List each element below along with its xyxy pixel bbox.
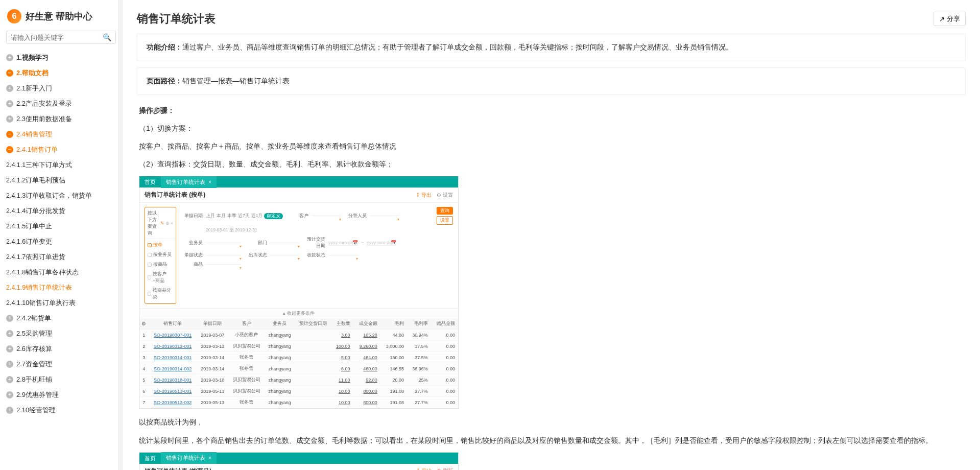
plus-icon: +	[6, 391, 13, 398]
search-icon[interactable]: 🔍	[103, 33, 111, 41]
brand-title: 好生意 帮助中心	[26, 10, 92, 22]
path-text: 销售管理—报表—销售订单统计表	[182, 77, 290, 85]
shot-tab-home: 首页	[139, 176, 161, 187]
sidebar: 6 好生意 帮助中心 🔍 +1.视频学习 −2.帮助文档 +2.1新手入门 +2…	[0, 0, 123, 470]
minus-icon: −	[6, 69, 13, 77]
filter-opt: 按业务员	[145, 250, 176, 260]
main-content: 销售订单统计表 ↗分享 功能介绍：通过客户、业务员、商品等维度查询销售订单的明细…	[123, 0, 980, 470]
filter-opt: 按单	[145, 240, 176, 250]
plus-icon: +	[6, 330, 13, 337]
nav-leaf[interactable]: 2.4.1.2订单毛利预估	[4, 173, 118, 188]
steps-section: 操作步骤： （1）切换方案： 按客户、按商品、按客户＋商品、按单、按业务员等维度…	[137, 101, 966, 470]
nav-2-4-1[interactable]: −2.4.1销售订单	[4, 142, 118, 157]
search-input[interactable]	[11, 34, 103, 41]
intro-panel: 功能介绍：通过客户、业务员、商品等维度查询销售订单的明细汇总情况；有助于管理者了…	[137, 34, 966, 61]
plus-icon: +	[6, 361, 13, 368]
brand-logo-icon: 6	[7, 9, 21, 24]
shot-tab-active: 销售订单统计表	[161, 176, 217, 188]
filter-opt: 按商品	[145, 260, 176, 269]
nav-leaf[interactable]: 2.4.1.4订单分批发货	[4, 203, 118, 219]
nav-2-5[interactable]: +2.5采购管理	[4, 326, 118, 341]
table-row: 6SO-20190513-0012019-05-13贝贝贸易公司zhangyan…	[139, 386, 458, 397]
data-table: ⚙ 销售订单单据日期客户业务员预计交货日期主数量成交金额毛利毛利率赠品金额 1S…	[139, 318, 458, 408]
nav-2-1[interactable]: +2.1新手入门	[4, 81, 118, 96]
query-button: 查询	[437, 207, 453, 215]
table-row: 1SO-20190307-0012019-03-07小葵的客户zhangyang…	[139, 330, 458, 341]
filter-opt: 按客户+商品	[145, 269, 176, 286]
nav-help-docs[interactable]: −2.帮助文档	[4, 65, 118, 81]
step-1: （1）切换方案：	[139, 122, 964, 135]
table-row: 7SO-20190513-0022019-05-13张冬雪zhangyang10…	[139, 397, 458, 408]
plus-icon: +	[6, 100, 13, 107]
plus-icon: +	[6, 115, 13, 123]
set-button: 设置	[437, 216, 453, 225]
share-button[interactable]: ↗分享	[934, 12, 966, 26]
example-label: 以按商品统计为例，	[139, 416, 964, 429]
nav-leaf-current[interactable]: 2.4.1.9销售订单统计表	[4, 280, 118, 295]
nav-leaf[interactable]: 2.4.1.6订单变更	[4, 234, 118, 249]
nav-2-10[interactable]: +2.10经营管理	[4, 403, 118, 418]
share-icon: ↗	[939, 15, 945, 23]
steps-label: 操作步骤：	[139, 106, 175, 114]
example-desc: 统计某段时间里，各个商品销售出去的订单笔数、成交金额、毛利等数据；可以看出，在某…	[139, 434, 964, 447]
shot-setting: ⚙ 设置	[437, 192, 453, 199]
shot-tabs: 首页 销售订单统计表	[139, 176, 458, 187]
nav-leaf[interactable]: 2.4.1.1三种下订单方式	[4, 157, 118, 173]
nav-video[interactable]: +1.视频学习	[4, 50, 118, 65]
minus-icon: −	[6, 131, 13, 138]
table-row: 5SO-20190318-0012019-03-18贝贝贸易公司zhangyan…	[139, 374, 458, 386]
nav-leaf[interactable]: 2.4.1.10销售订单执行表	[4, 295, 118, 311]
intro-label: 功能介绍：	[147, 43, 182, 51]
plus-icon: +	[6, 54, 13, 61]
nav-2-3[interactable]: +2.3使用前数据准备	[4, 111, 118, 127]
nav-leaf[interactable]: 2.4.1.8销售订单各种状态	[4, 265, 118, 280]
page-title: 销售订单统计表	[137, 11, 216, 27]
nav-leaf[interactable]: 2.4.1.5订单中止	[4, 219, 118, 234]
nav-2-6[interactable]: +2.6库存核算	[4, 341, 118, 357]
shot-title: 销售订单统计表 (按单)	[145, 191, 205, 199]
plus-icon: +	[6, 345, 13, 353]
brand: 6 好生意 帮助中心	[4, 6, 118, 31]
filter-scheme: 按以下方案查询 ✎ ⊕ « 按单 按业务员 按商品 按客户+商品 按商品分类	[145, 207, 176, 304]
path-panel: 页面路径：销售管理—报表—销售订单统计表	[137, 67, 966, 95]
nav-2-8[interactable]: +2.8手机旺铺	[4, 372, 118, 387]
path-label: 页面路径：	[147, 77, 182, 85]
plus-icon: +	[6, 407, 13, 414]
gear-icon: ⚙	[139, 318, 149, 330]
step-2: （2）查询指标：交货日期、数量、成交金额、毛利、毛利率、累计收款金额等；	[139, 158, 964, 171]
table-row: 3SO-20190314-0012019-03-14张冬雪zhangyang5.…	[139, 352, 458, 363]
table-row: 4SO-20190314-0022019-03-14张冬雪zhangyang6.…	[139, 363, 458, 374]
shot-title-2: 销售订单统计表 (按商品)	[145, 467, 211, 470]
nav-leaf[interactable]: 2.4.1.3订单收取订金，销货单	[4, 188, 118, 203]
plus-icon: +	[6, 85, 13, 92]
nav-2-7[interactable]: +2.7资金管理	[4, 357, 118, 372]
shot-export: ↧ 导出	[416, 192, 432, 199]
nav-tree: +1.视频学习 −2.帮助文档 +2.1新手入门 +2.2产品安装及登录 +2.…	[4, 50, 118, 418]
step-1-desc: 按客户、按商品、按客户＋商品、按单、按业务员等维度来查看销售订单总体情况	[139, 140, 964, 153]
screenshot-1: 首页 销售订单统计表 销售订单统计表 (按单) ↧ 导出 ⚙ 设置 按以下方案查…	[139, 176, 459, 409]
nav-2-2[interactable]: +2.2产品安装及登录	[4, 96, 118, 111]
intro-text: 通过客户、业务员、商品等维度查询销售订单的明细汇总情况；有助于管理者了解订单成交…	[182, 43, 733, 51]
plus-icon: +	[6, 376, 13, 383]
minus-icon: −	[6, 146, 13, 153]
collapse-toggle: ▴ 收起更多条件	[139, 308, 458, 318]
filter-form: 单据日期 上月本月本季近7天近1月自定义 客户▾ 分管人员▾ 查询 设置 20	[180, 207, 453, 304]
nav-2-9[interactable]: +2.9优惠券管理	[4, 387, 118, 403]
search-input-wrap[interactable]: 🔍	[6, 31, 116, 44]
plus-icon: +	[6, 315, 13, 322]
nav-leaf[interactable]: 2.4.1.7依照订单进货	[4, 249, 118, 265]
table-row: 2SO-20190312-0012019-03-12贝贝贸易公司zhangyan…	[139, 341, 458, 352]
filter-opt: 按商品分类	[145, 286, 176, 302]
screenshot-2: 首页 销售订单统计表 销售订单统计表 (按商品) ↧ 导出 ⟳ 刷新	[139, 452, 459, 470]
nav-2-4-2[interactable]: +2.4.2销货单	[4, 311, 118, 326]
nav-2-4[interactable]: −2.4销售管理	[4, 127, 118, 142]
